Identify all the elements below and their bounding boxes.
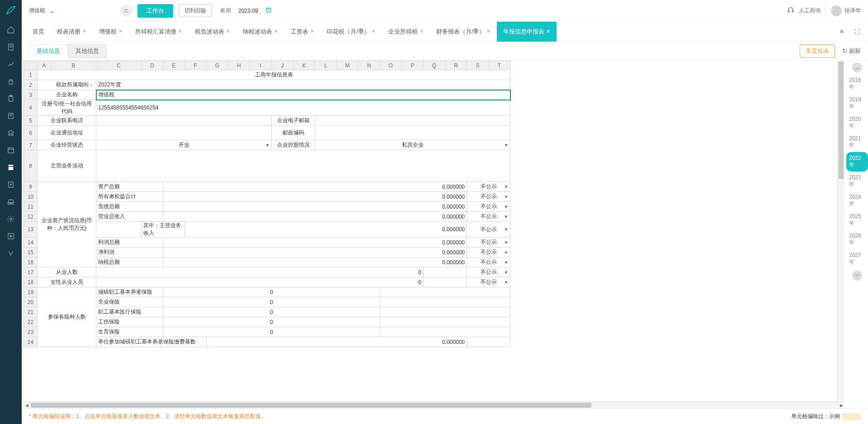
asset-value-9[interactable]: 0.000000	[163, 182, 467, 192]
row-header-5[interactable]: 5	[24, 116, 38, 126]
row-header-8[interactable]: 8	[24, 150, 38, 182]
col-header-Q[interactable]: Q	[424, 61, 445, 70]
year-item-2022年[interactable]: 2022年	[846, 152, 868, 172]
year-item-2025年[interactable]: 2025年	[846, 210, 868, 230]
row-header-22[interactable]: 22	[24, 317, 38, 327]
nav-bank-icon[interactable]	[6, 129, 15, 138]
row-header-16[interactable]: 16	[24, 257, 38, 267]
year-rail-up-icon[interactable]: ︽	[852, 62, 862, 72]
year-item-2021年[interactable]: 2021年	[846, 133, 868, 152]
ins-value-22[interactable]: 0	[163, 317, 380, 327]
tab-5[interactable]: 纳税波动表✕	[236, 22, 284, 42]
year-item-2026年[interactable]: 2026年	[846, 230, 868, 249]
hscroll-thumb[interactable]	[31, 403, 591, 408]
tab-2[interactable]: 增值税✕	[93, 22, 129, 42]
nav-v-icon[interactable]	[6, 249, 15, 258]
ins-value-23[interactable]: 0	[163, 327, 380, 337]
col-header-S[interactable]: S	[467, 61, 489, 70]
company-selector[interactable]: 增值税 ⌄	[29, 6, 115, 15]
close-icon[interactable]: ✕	[274, 29, 278, 34]
asset-pub-16[interactable]: 不公示▼	[467, 257, 510, 267]
row-header-23[interactable]: 23	[24, 327, 38, 337]
close-icon[interactable]: ✕	[372, 29, 376, 34]
col-header-C[interactable]: C	[96, 61, 142, 70]
year-item-2019年[interactable]: 2019年	[846, 94, 868, 113]
col-header-J[interactable]: J	[272, 61, 293, 70]
corner-cell[interactable]	[24, 61, 38, 70]
asset-value-10[interactable]: 0.000000	[163, 192, 467, 202]
calendar-icon[interactable]	[265, 7, 272, 14]
asset-value-13[interactable]: 0.000000	[185, 222, 467, 238]
cell-r18-pub[interactable]: 不公示▼	[467, 277, 510, 287]
cell-company-name[interactable]: 增值税	[96, 90, 510, 100]
workspace-button[interactable]: 工作台	[137, 4, 173, 18]
asset-value-11[interactable]: 0.000000	[163, 202, 467, 212]
vertical-scrollbar[interactable]	[837, 61, 844, 400]
cell-regno[interactable]: 12554585554554656254	[96, 100, 510, 116]
cell-zip[interactable]	[315, 126, 510, 140]
col-header-I[interactable]: I	[250, 61, 272, 70]
row-header-6[interactable]: 6	[24, 126, 38, 140]
col-header-L[interactable]: L	[315, 61, 337, 70]
subtab-basic[interactable]: 基础信息	[29, 44, 68, 58]
tab-3[interactable]: 所得税汇算清缴✕	[129, 22, 189, 42]
reset-report-button[interactable]: 重置报表	[800, 44, 835, 58]
cell-r18-value[interactable]: 0	[96, 277, 424, 287]
row-header-9[interactable]: 9	[24, 182, 38, 192]
row-header-17[interactable]: 17	[24, 267, 38, 277]
col-header-H[interactable]: H	[228, 61, 250, 70]
year-item-2018年[interactable]: 2018年	[846, 74, 868, 94]
row-header-12[interactable]: 12	[24, 212, 38, 222]
subtab-other[interactable]: 其他信息	[68, 44, 107, 58]
nav-money-icon[interactable]	[6, 77, 15, 86]
tab-8[interactable]: 企业所得税✕	[382, 22, 430, 42]
vscroll-thumb[interactable]	[839, 62, 844, 179]
horizontal-scrollbar[interactable]: ◀ ▶	[24, 401, 844, 409]
close-icon[interactable]: ✕	[178, 29, 182, 34]
asset-pub-12[interactable]: 不公示▼	[467, 212, 510, 222]
nav-calendar-icon[interactable]	[6, 146, 15, 155]
row-header-14[interactable]: 14	[24, 238, 38, 248]
col-header-B[interactable]: B	[51, 61, 96, 70]
tab-7[interactable]: 印花税（月/季）✕	[321, 22, 382, 42]
year-item-2020年[interactable]: 2020年	[846, 113, 868, 133]
nav-chart-icon[interactable]	[6, 60, 15, 69]
tab-4[interactable]: 税负波动表✕	[189, 22, 236, 42]
tab-9[interactable]: 财务报表（月/季）✕	[430, 22, 497, 42]
row-header-24[interactable]: 24	[24, 337, 38, 347]
row-header-3[interactable]: 3	[24, 90, 38, 100]
spreadsheet[interactable]: ABCDEFGHIJKLMNOPQRST 1工商年报信息表2税款所属期间：202…	[24, 61, 837, 400]
nav-report-icon[interactable]	[6, 163, 15, 172]
nav-export-icon[interactable]	[6, 180, 15, 189]
row-header-20[interactable]: 20	[24, 297, 38, 307]
col-header-E[interactable]: E	[163, 61, 185, 70]
close-icon[interactable]: ✕	[226, 29, 230, 34]
close-icon[interactable]: ✕	[546, 29, 550, 34]
nav-clipboard-icon[interactable]	[6, 94, 15, 103]
year-item-2027年[interactable]: 2027年	[846, 249, 868, 269]
refresh-button[interactable]: ↻ 刷新	[842, 47, 861, 55]
row-header-18[interactable]: 18	[24, 277, 38, 287]
col-header-P[interactable]: P	[402, 61, 424, 70]
col-header-G[interactable]: G	[207, 61, 228, 70]
col-header-D[interactable]: D	[142, 61, 163, 70]
row-header-10[interactable]: 10	[24, 192, 38, 202]
asset-value-14[interactable]: 0.000000	[163, 238, 467, 248]
cell-holding[interactable]: 私营企业▼	[315, 140, 510, 150]
switch-old-button[interactable]: 切到旧版	[179, 4, 212, 17]
close-icon[interactable]: ✕	[118, 29, 123, 34]
ins-value-24[interactable]: 0.000000	[207, 337, 467, 347]
nav-settings-icon[interactable]	[6, 214, 15, 224]
nav-doc-icon[interactable]	[6, 43, 15, 52]
row-header-21[interactable]: 21	[24, 307, 38, 317]
close-icon[interactable]: ✕	[310, 29, 314, 34]
close-icon[interactable]: ✕	[486, 29, 491, 34]
asset-value-12[interactable]: 0.000000	[163, 212, 467, 222]
list-icon-button[interactable]	[120, 5, 132, 17]
expand-tabs-button[interactable]: ⛶	[851, 25, 863, 38]
tab-6[interactable]: 工资表✕	[284, 22, 321, 42]
asset-pub-10[interactable]: 不公示▼	[467, 192, 510, 202]
close-icon[interactable]: ✕	[82, 29, 86, 34]
row-header-1[interactable]: 1	[24, 70, 38, 80]
row-header-2[interactable]: 2	[24, 80, 38, 90]
